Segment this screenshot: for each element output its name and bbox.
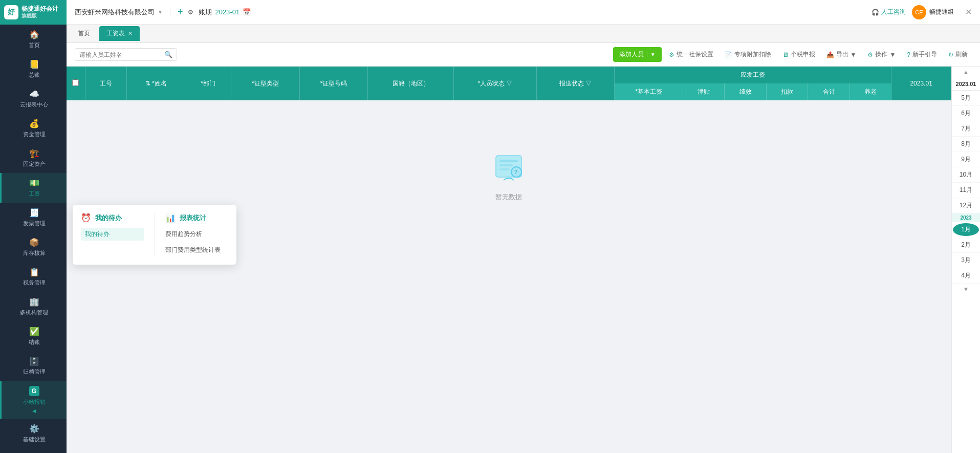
month-item-11[interactable]: 11月 bbox=[952, 183, 980, 198]
col-header-report-status: 报送状态 ▽ bbox=[536, 67, 615, 100]
settings-icon: ⚙️ bbox=[29, 424, 39, 434]
operations-action[interactable]: ⚙ 操作 ▼ bbox=[863, 48, 900, 61]
social-insurance-action[interactable]: ⚙ 统一社保设置 bbox=[665, 48, 717, 61]
month-nav-down[interactable]: ▼ bbox=[952, 284, 980, 295]
export-label: 导出 bbox=[836, 50, 848, 59]
sidebar-item-settlement[interactable]: ✅ 结账 bbox=[0, 321, 67, 351]
sidebar-item-xiaochangxiaoxiao[interactable]: G 小畅报销 ◀ bbox=[0, 381, 67, 419]
col-header-id-no: *证型号码 bbox=[299, 67, 367, 100]
toolbar-right: 添加人员 ▼ ⚙ 统一社保设置 📄 专项附加扣除 🖥 个税申报 📤 导 bbox=[613, 47, 972, 62]
month-item-7[interactable]: 7月 bbox=[952, 121, 980, 137]
tab-home[interactable]: 首页 bbox=[71, 26, 97, 41]
export-icon: 📤 bbox=[826, 51, 834, 58]
sidebar-item-tax[interactable]: 📋 税务管理 bbox=[0, 262, 67, 292]
sidebar-item-archive[interactable]: 🗄️ 归档管理 bbox=[0, 351, 67, 381]
month-item-5[interactable]: 5月 bbox=[952, 91, 980, 106]
special-deduction-action[interactable]: 📄 专项附加扣除 bbox=[721, 48, 775, 61]
company-settings-button[interactable]: ⚙ bbox=[188, 9, 193, 16]
col-header-id-type: *证型类型 bbox=[231, 67, 299, 100]
operations-arrow: ▼ bbox=[889, 51, 896, 58]
add-company-button[interactable]: + bbox=[178, 7, 183, 17]
cloud-icon: ☁️ bbox=[29, 89, 39, 99]
report-icon: 📊 bbox=[165, 213, 176, 223]
topbar-divider-1 bbox=[170, 7, 170, 17]
close-button[interactable]: ✕ bbox=[965, 7, 972, 17]
sidebar-item-xiaochangxiaoxiao-label: 小畅报销 bbox=[23, 398, 46, 406]
refresh-action[interactable]: ↻ 刷新 bbox=[944, 48, 972, 61]
sidebar-item-funds-label: 资金管理 bbox=[23, 131, 46, 138]
filter-icon-person[interactable]: ▽ bbox=[506, 80, 512, 87]
sidebar-item-funds[interactable]: 💰 资金管理 bbox=[0, 114, 67, 143]
tax-return-action[interactable]: 🖥 个税申报 bbox=[778, 48, 819, 61]
month-item-2[interactable]: 2月 bbox=[952, 238, 980, 253]
sidebar-item-basic-settings[interactable]: ⚙️ 基础设置 bbox=[0, 419, 67, 448]
tax-icon: 📋 bbox=[29, 267, 39, 277]
settlement-icon: ✅ bbox=[29, 327, 39, 336]
topbar-right: 🎧 人工咨询 CE 畅捷通组 bbox=[872, 5, 954, 19]
popup-item-expense-trend[interactable]: 费用趋势分析 bbox=[165, 228, 229, 241]
tab-salary-label: 工资表 bbox=[106, 29, 125, 38]
tab-salary[interactable]: 工资表 ✕ bbox=[99, 26, 140, 41]
service-button[interactable]: 🎧 人工咨询 bbox=[872, 8, 906, 16]
sidebar-item-invoice[interactable]: 🧾 发票管理 bbox=[0, 203, 67, 232]
sidebar-item-cloud-report[interactable]: ☁️ 云报表中心 bbox=[0, 84, 67, 114]
search-icon: 🔍 bbox=[164, 51, 172, 58]
export-action[interactable]: 📤 导出 ▼ bbox=[822, 48, 861, 61]
search-box[interactable]: 🔍 bbox=[75, 48, 177, 61]
col-header-person-status: *人员状态 ▽ bbox=[454, 67, 536, 100]
sidebar-item-settings-label: 基础设置 bbox=[23, 436, 46, 443]
logo-sub: 旗舰版 bbox=[21, 12, 58, 19]
invoice-icon: 🧾 bbox=[29, 208, 39, 218]
sidebar: 好 畅捷通好会计 旗舰版 🏠 首页 📒 总账 ☁️ 云报表中心 💰 资金管理 🏗… bbox=[0, 0, 67, 453]
add-person-label: 添加人员 bbox=[619, 50, 644, 59]
user-profile[interactable]: CE 畅捷通组 bbox=[912, 5, 954, 19]
company-selector[interactable]: 西安虾米网络科技有限公司 ▼ bbox=[75, 8, 163, 17]
sidebar-item-assets[interactable]: 🏗️ 固定资产 bbox=[0, 143, 67, 173]
company-name: 西安虾米网络科技有限公司 bbox=[75, 8, 155, 17]
month-item-3[interactable]: 3月 bbox=[952, 253, 980, 268]
social-icon: ⚙ bbox=[669, 51, 674, 58]
sidebar-item-multi-org[interactable]: 🏢 多机构管理 bbox=[0, 292, 67, 321]
sidebar-item-ledger-label: 总账 bbox=[29, 71, 40, 79]
select-all-checkbox[interactable] bbox=[72, 79, 79, 86]
export-arrow: ▼ bbox=[851, 51, 857, 58]
popup-item-my-pending[interactable]: 我的待办 bbox=[81, 228, 144, 241]
checkbox-header[interactable] bbox=[67, 67, 85, 100]
col-header-number: 工号 bbox=[85, 67, 127, 100]
operations-icon: ⚙ bbox=[867, 51, 873, 58]
logo-icon: 好 bbox=[4, 5, 18, 19]
sidebar-item-new-guide[interactable]: ▶️ 新手引导 bbox=[0, 448, 67, 453]
new-guide-action[interactable]: ? 新手引导 bbox=[903, 48, 941, 61]
month-item-10[interactable]: 10月 bbox=[952, 167, 980, 183]
sidebar-item-ledger[interactable]: 📒 总账 bbox=[0, 54, 67, 84]
sidebar-item-home-label: 首页 bbox=[29, 41, 40, 49]
sidebar-item-inventory[interactable]: 📦 库存核算 bbox=[0, 232, 67, 262]
user-name: 畅捷通组 bbox=[929, 8, 954, 16]
svg-rect-3 bbox=[499, 168, 510, 170]
calendar-icon: 📅 bbox=[243, 8, 251, 16]
sidebar-item-salary[interactable]: 💵 工资 bbox=[0, 173, 67, 203]
filter-icon-report[interactable]: ▽ bbox=[585, 80, 592, 87]
month-item-4[interactable]: 4月 bbox=[952, 268, 980, 284]
period-selector[interactable]: 账期 2023-01 📅 bbox=[199, 8, 251, 17]
tab-close-icon[interactable]: ✕ bbox=[128, 30, 133, 37]
add-person-button[interactable]: 添加人员 ▼ bbox=[613, 47, 662, 62]
service-label: 人工咨询 bbox=[881, 8, 906, 16]
sidebar-item-home[interactable]: 🏠 首页 bbox=[0, 25, 67, 54]
popup-item-dept-expense[interactable]: 部门费用类型统计表 bbox=[165, 244, 229, 256]
col-header-salary-group: 应发工资 bbox=[615, 67, 891, 83]
popup-divider bbox=[155, 213, 155, 256]
month-item-12[interactable]: 12月 bbox=[952, 198, 980, 213]
month-item-1[interactable]: 1月 bbox=[953, 223, 979, 236]
popup-section-header-report: 📊 报表统计 bbox=[165, 213, 229, 223]
month-item-6[interactable]: 6月 bbox=[952, 106, 980, 121]
month-panel: ▲ 2023.01 5月 6月 7月 8月 9月 10月 11月 12月 202… bbox=[951, 67, 980, 453]
svg-rect-2 bbox=[499, 164, 513, 166]
col-header-allowance: 津贴 bbox=[683, 83, 725, 100]
sidebar-item-inventory-label: 库存核算 bbox=[23, 249, 46, 257]
search-input[interactable] bbox=[79, 51, 161, 58]
sidebar-nav: 🏠 首页 📒 总账 ☁️ 云报表中心 💰 资金管理 🏗️ 固定资产 💵 工资 🧾… bbox=[0, 25, 67, 453]
month-nav-up[interactable]: ▲ bbox=[952, 67, 980, 78]
month-item-8[interactable]: 8月 bbox=[952, 137, 980, 152]
month-item-9[interactable]: 9月 bbox=[952, 152, 980, 167]
